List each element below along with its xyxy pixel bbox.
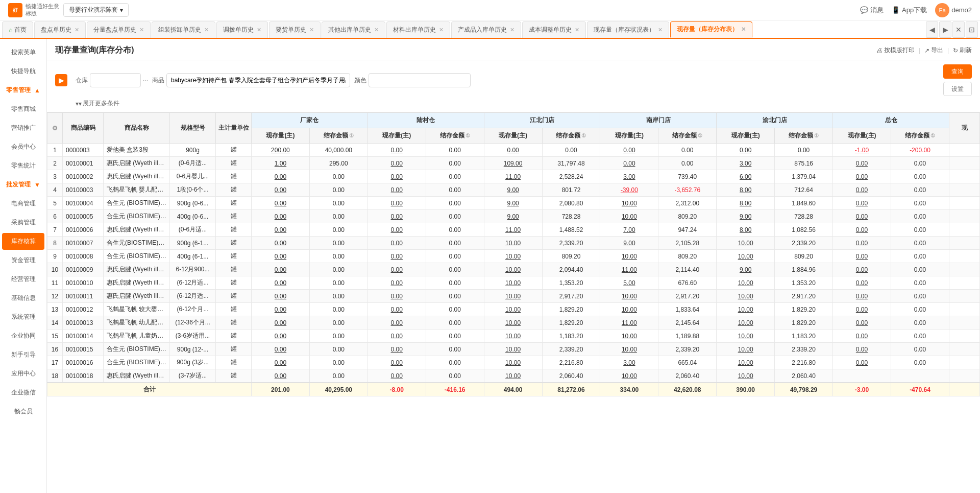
- sidebar-item-nav[interactable]: 快捷导航: [2, 63, 44, 80]
- cell-curr-qty: [949, 197, 980, 210]
- info-icon[interactable]: ①: [930, 133, 935, 138]
- print-icon: 🖨: [876, 47, 883, 54]
- sidebar-item-system[interactable]: 系统管理: [2, 309, 44, 325]
- cell-l-amt: 0.00: [426, 356, 484, 369]
- sidebar-item-base[interactable]: 基础信息: [2, 290, 44, 307]
- refresh-btn[interactable]: ↻ 刷新: [953, 46, 972, 55]
- close-icon[interactable]: ✕: [658, 27, 663, 33]
- tab-expand-btn[interactable]: ⊡: [966, 21, 978, 38]
- cell-yb-amt: 728.28: [775, 210, 833, 223]
- cell-name: 合生元 (BIOSTIME) ...: [104, 343, 170, 356]
- warehouse-dots[interactable]: ···: [143, 77, 148, 84]
- sidebar-item-wholesale-mgmt[interactable]: 批发管理▼: [2, 176, 44, 193]
- cell-yb-qty: 8.00: [717, 197, 775, 210]
- tab-stock-status[interactable]: 现存量（库存状况表） ✕: [587, 21, 669, 38]
- cell-name: 合生元 (BIOSTIME) ...: [104, 356, 170, 369]
- close-icon[interactable]: ✕: [510, 27, 514, 33]
- info-icon[interactable]: ①: [349, 133, 354, 138]
- sidebar-item-search[interactable]: 搜索英单: [2, 44, 44, 61]
- cell-spec: (12-36个月...: [170, 316, 216, 330]
- warehouse-label: 仓库: [76, 76, 88, 85]
- message-btn[interactable]: 💬 消息: [860, 6, 884, 15]
- sidebar-item-stock[interactable]: 库存核算: [2, 233, 44, 250]
- cell-spec: 900g: [170, 144, 216, 157]
- close-icon[interactable]: ✕: [204, 27, 209, 33]
- cell-l-amt: 0.00: [426, 210, 484, 223]
- export-btn[interactable]: ↗ 导出: [924, 46, 943, 55]
- tab-assembly[interactable]: 组装拆卸单历史 ✕: [152, 21, 215, 38]
- info-icon[interactable]: ①: [814, 133, 819, 138]
- cell-spec: (6-12月适...: [170, 290, 216, 303]
- close-icon[interactable]: ✕: [741, 26, 746, 33]
- tab-material-out[interactable]: 材料出库单历史 ✕: [386, 21, 450, 38]
- setting-button[interactable]: 设置: [943, 82, 972, 96]
- user-area[interactable]: Ea demo2: [935, 3, 972, 17]
- gear-icon[interactable]: ⚙: [52, 125, 58, 132]
- close-icon[interactable]: ✕: [75, 27, 79, 33]
- cell-curr-qty: [949, 223, 980, 237]
- tab-other-out[interactable]: 其他出库单历史 ✕: [322, 21, 385, 38]
- cell-no: 15: [47, 330, 63, 343]
- data-table: ⚙ 商品编码 商品名称 规格型号 主计量单位 厂家仓 陆村仓 江北门店 南岸门店…: [47, 112, 980, 396]
- query-button[interactable]: 查询: [943, 64, 972, 79]
- expand-more-btn[interactable]: ▾▾ 展开更多条件: [76, 99, 119, 108]
- sidebar-item-retail-stats[interactable]: 零售统计: [2, 157, 44, 174]
- tab-next-btn[interactable]: ▶: [939, 21, 951, 38]
- sidebar-item-retail-mgmt[interactable]: 零售管理▲: [2, 82, 44, 99]
- sidebar-item-newbie[interactable]: 新手引导: [2, 346, 44, 363]
- sidebar-item-member2[interactable]: 畅会员: [2, 403, 44, 420]
- cell-jb-qty: 10.00: [484, 316, 542, 330]
- sidebar-item-appcenter[interactable]: 应用中心: [2, 365, 44, 382]
- sidebar-item-marketing[interactable]: 营销推广: [2, 120, 44, 136]
- table-row: 17 00100016 合生元 (BIOSTIME) ... 900g (3岁.…: [47, 356, 980, 369]
- table-row: 6 00100005 合生元 (BIOSTIME) ... 400g (0-6.…: [47, 210, 980, 223]
- app-download-btn[interactable]: 📱 App下载: [892, 6, 927, 15]
- cell-unit: 罐: [216, 223, 252, 237]
- tab-stocktake[interactable]: 盘点单历史 ✕: [34, 21, 86, 38]
- expand-toggle-btn[interactable]: ▶: [55, 74, 67, 86]
- tab-requisition[interactable]: 要货单历史 ✕: [269, 21, 321, 38]
- cell-na-qty: 7.00: [600, 223, 658, 237]
- top-bar-right: 💬 消息 📱 App下载 Ea demo2: [860, 3, 972, 17]
- tab-bar: ⌂ 首页 盘点单历史 ✕ 分量盘点单历史 ✕ 组装拆卸单历史 ✕ 调拨单历史 ✕…: [0, 20, 980, 39]
- close-icon[interactable]: ✕: [309, 27, 314, 33]
- cell-no: 3: [47, 170, 63, 183]
- cell-code: 0000003: [63, 144, 104, 157]
- data-table-container[interactable]: ⚙ 商品编码 商品名称 规格型号 主计量单位 厂家仓 陆村仓 江北门店 南岸门店…: [47, 112, 980, 493]
- info-icon[interactable]: ①: [465, 133, 470, 138]
- product-input[interactable]: [166, 73, 350, 87]
- tab-product-in[interactable]: 产成品入库单历史 ✕: [451, 21, 521, 38]
- tab-cost-adjust[interactable]: 成本调整单历史 ✕: [522, 21, 586, 38]
- tab-close-all-btn[interactable]: ✕: [952, 21, 965, 38]
- cell-f-amt: 40,000.00: [309, 144, 368, 157]
- cell-na-qty: 11.00: [600, 316, 658, 330]
- tab-transfer[interactable]: 调拨单历史 ✕: [216, 21, 268, 38]
- close-icon[interactable]: ✕: [257, 27, 261, 33]
- cell-unit: 罐: [216, 316, 252, 330]
- sidebar-item-finance[interactable]: 资金管理: [2, 252, 44, 269]
- tab-stock-dist[interactable]: 现存量（库存分布表） ✕: [670, 21, 752, 38]
- color-input[interactable]: [369, 73, 471, 87]
- close-icon[interactable]: ✕: [575, 27, 579, 33]
- warehouse-input[interactable]: [90, 73, 141, 87]
- sidebar-item-corp[interactable]: 企业协同: [2, 327, 44, 344]
- tab-home[interactable]: ⌂ 首页: [2, 21, 33, 38]
- module-selector[interactable]: 母婴行业演示陈套 ▾: [63, 3, 129, 17]
- info-icon[interactable]: ①: [698, 133, 702, 138]
- tab-prev-btn[interactable]: ◀: [926, 21, 938, 38]
- info-icon[interactable]: ①: [581, 133, 586, 138]
- cell-total-amt: 0.00: [891, 210, 949, 223]
- print-btn[interactable]: 🖨 按模版打印: [876, 46, 915, 55]
- close-icon[interactable]: ✕: [139, 27, 144, 33]
- sidebar-item-ops[interactable]: 经营管理: [2, 271, 44, 288]
- close-icon[interactable]: ✕: [439, 27, 444, 33]
- sidebar-item-retail-shop[interactable]: 零售商城: [2, 101, 44, 118]
- sidebar-item-member[interactable]: 会员中心: [2, 138, 44, 155]
- sidebar-item-ecommerce[interactable]: 电商管理: [2, 195, 44, 212]
- cell-f-qty: 0.00: [252, 223, 310, 237]
- tab-splitstock[interactable]: 分量盘点单历史 ✕: [87, 21, 151, 38]
- sidebar-item-purchase[interactable]: 采购管理: [2, 214, 44, 231]
- close-icon[interactable]: ✕: [374, 27, 379, 33]
- cell-yb-amt: 1,183.20: [775, 330, 833, 343]
- sidebar-item-wechat[interactable]: 企业微信: [2, 384, 44, 401]
